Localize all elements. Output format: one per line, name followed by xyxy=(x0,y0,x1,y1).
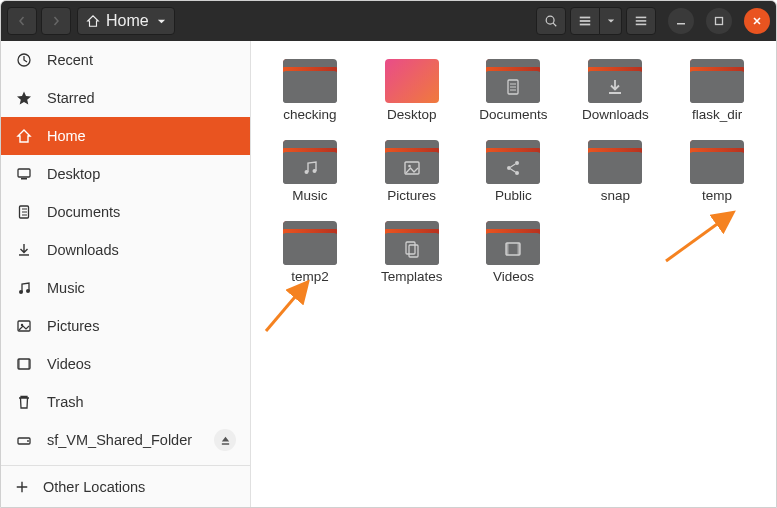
hamburger-menu-button[interactable] xyxy=(626,7,656,35)
search-icon xyxy=(544,14,558,28)
file-item[interactable]: temp2 xyxy=(261,217,359,288)
file-label: Documents xyxy=(479,107,547,122)
sidebar-item-desktop[interactable]: Desktop xyxy=(1,155,250,193)
sidebar-item-home[interactable]: Home xyxy=(1,117,250,155)
desktop-icon xyxy=(15,165,33,183)
home-icon xyxy=(86,14,100,28)
list-icon xyxy=(578,14,592,28)
file-label: Public xyxy=(495,188,532,203)
hamburger-icon xyxy=(634,14,648,28)
search-button[interactable] xyxy=(536,7,566,35)
minimize-button[interactable] xyxy=(668,8,694,34)
svg-point-33 xyxy=(312,169,316,173)
svg-rect-4 xyxy=(580,24,591,26)
window-body: RecentStarredHomeDesktopDocumentsDownloa… xyxy=(1,41,776,507)
file-label: checking xyxy=(283,107,336,122)
forward-button[interactable] xyxy=(41,7,71,35)
sidebar-item-recent[interactable]: Recent xyxy=(1,41,250,79)
svg-point-19 xyxy=(26,289,30,293)
file-label: flask_dir xyxy=(692,107,742,122)
eject-button[interactable] xyxy=(214,429,236,451)
sidebar-item-downloads[interactable]: Downloads xyxy=(1,231,250,269)
folder-icon xyxy=(690,140,744,184)
download-icon xyxy=(15,241,33,259)
pictures-icon xyxy=(15,317,33,335)
svg-rect-2 xyxy=(580,17,591,19)
sidebar-item-label: sf_VM_Shared_Folder xyxy=(47,432,192,448)
sidebar-item-starred[interactable]: Starred xyxy=(1,79,250,117)
file-pane[interactable]: checkingDesktopDocumentsDownloadsflask_d… xyxy=(251,41,776,507)
file-item[interactable]: Templates xyxy=(363,217,461,288)
svg-rect-7 xyxy=(636,24,647,26)
other-locations-button[interactable]: Other Locations xyxy=(1,465,250,507)
minimize-icon xyxy=(676,16,686,26)
file-label: Music xyxy=(292,188,327,203)
file-label: Downloads xyxy=(582,107,649,122)
chevron-left-icon xyxy=(17,16,27,26)
file-item[interactable]: Desktop xyxy=(363,55,461,126)
file-label: temp xyxy=(702,188,732,203)
file-label: Templates xyxy=(381,269,443,284)
close-button[interactable] xyxy=(744,8,770,34)
folder-icon xyxy=(486,140,540,184)
folder-icon xyxy=(486,221,540,265)
file-item[interactable]: Music xyxy=(261,136,359,207)
download-glyph-icon xyxy=(588,71,642,103)
file-item[interactable]: flask_dir xyxy=(668,55,766,126)
sidebar-item-pictures[interactable]: Pictures xyxy=(1,307,250,345)
file-item[interactable]: Documents xyxy=(465,55,563,126)
view-dropdown-button[interactable] xyxy=(600,7,622,35)
file-item[interactable]: Downloads xyxy=(566,55,664,126)
templates-glyph-icon xyxy=(385,233,439,265)
file-item[interactable]: Videos xyxy=(465,217,563,288)
view-switcher xyxy=(570,7,622,35)
sidebar-item-trash[interactable]: Trash xyxy=(1,383,250,421)
folder-icon xyxy=(283,59,337,103)
folder-icon xyxy=(588,140,642,184)
svg-rect-24 xyxy=(28,359,30,369)
clock-icon xyxy=(15,51,33,69)
svg-line-47 xyxy=(266,284,306,331)
file-item[interactable]: checking xyxy=(261,55,359,126)
path-segment-home[interactable]: Home xyxy=(86,12,149,30)
svg-rect-44 xyxy=(506,243,509,255)
sidebar-item-sf-vm-shared[interactable]: sf_VM_Shared_Folder xyxy=(1,421,250,459)
maximize-button[interactable] xyxy=(706,8,732,34)
file-item[interactable]: snap xyxy=(566,136,664,207)
drive-icon xyxy=(15,431,33,449)
folder-icon xyxy=(385,140,439,184)
folder-icon xyxy=(283,221,337,265)
file-label: snap xyxy=(601,188,630,203)
sidebar-list: RecentStarredHomeDesktopDocumentsDownloa… xyxy=(1,41,250,465)
svg-point-35 xyxy=(408,165,411,168)
sidebar-item-videos[interactable]: Videos xyxy=(1,345,250,383)
list-view-button[interactable] xyxy=(570,7,600,35)
svg-rect-41 xyxy=(406,242,415,254)
path-bar[interactable]: Home xyxy=(77,7,175,35)
svg-rect-23 xyxy=(18,359,20,369)
share-glyph-icon xyxy=(486,152,540,184)
file-item[interactable]: Pictures xyxy=(363,136,461,207)
file-item[interactable]: Public xyxy=(465,136,563,207)
svg-rect-3 xyxy=(580,20,591,22)
path-segment-label: Home xyxy=(106,12,149,30)
svg-point-18 xyxy=(19,290,23,294)
svg-rect-5 xyxy=(636,17,647,19)
file-grid: checkingDesktopDocumentsDownloadsflask_d… xyxy=(261,55,766,288)
desktop-folder-icon xyxy=(385,59,439,103)
svg-rect-42 xyxy=(409,245,418,257)
sidebar-item-label: Videos xyxy=(47,356,91,372)
back-button[interactable] xyxy=(7,7,37,35)
file-item[interactable]: temp xyxy=(668,136,766,207)
sidebar-item-music[interactable]: Music xyxy=(1,269,250,307)
svg-rect-8 xyxy=(677,23,685,25)
sidebar-item-documents[interactable]: Documents xyxy=(1,193,250,231)
titlebar: Home xyxy=(1,1,776,41)
folder-icon xyxy=(690,59,744,103)
caret-down-icon[interactable] xyxy=(157,17,166,26)
other-locations-label: Other Locations xyxy=(43,479,145,495)
svg-rect-6 xyxy=(636,20,647,22)
sidebar-item-label: Documents xyxy=(47,204,120,220)
svg-rect-45 xyxy=(518,243,521,255)
chevron-right-icon xyxy=(51,16,61,26)
